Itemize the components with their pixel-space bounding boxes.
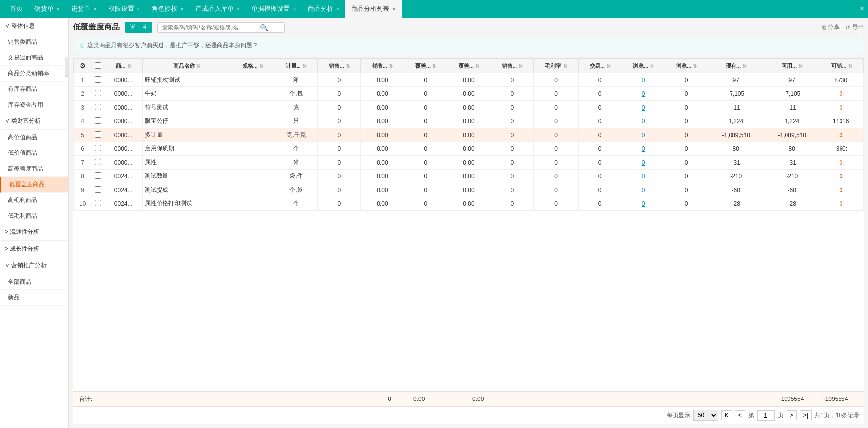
sidebar-item-stock-goods[interactable]: 有库存商品 [0,82,68,97]
row-browse1[interactable]: 0 [622,197,665,211]
row-margin: 0 [534,101,578,114]
row-checkbox-cell[interactable] [92,156,104,170]
page-size-select[interactable]: 20 50 100 [693,410,718,421]
row-sales3: 0 [490,101,534,114]
col-browse1[interactable]: 浏览... ⇅ [622,59,665,73]
col-trade[interactable]: 交易... ⇅ [578,59,622,73]
close-icon[interactable]: × [137,6,140,12]
row-checkbox[interactable] [95,117,101,124]
row-browse1[interactable]: 0 [622,170,665,183]
col-margin[interactable]: 毛利率 ⇅ [534,59,578,73]
row-checkbox-cell[interactable] [92,142,104,156]
row-checkbox[interactable] [95,172,101,179]
close-icon[interactable]: × [56,6,59,12]
col-cov2[interactable]: 覆盖... ⇅ [447,59,490,73]
col-sales-amt[interactable]: 销售... ⇅ [361,59,404,73]
col-gear[interactable]: ⚙ [74,59,92,73]
col-unit[interactable]: 计量... ⇅ [274,59,318,73]
row-browse1[interactable]: 0 [622,101,665,114]
nav-tab-purchase[interactable]: 进货单 × [65,0,102,18]
sidebar-item-all-goods[interactable]: 全部商品 [0,274,68,290]
sidebar-section-growth[interactable]: > 成长性分析 [0,241,68,257]
sidebar-item-high-coverage[interactable]: 高覆盖度商品 [0,161,68,177]
share-button[interactable]: ⎗ 分享 [822,23,840,31]
search-input[interactable] [162,24,260,31]
row-checkbox-cell[interactable] [92,101,104,114]
sidebar-item-high-value[interactable]: 高价值商品 [0,130,68,145]
sidebar-section-marketing[interactable]: ∨ 营销推广分析 [0,257,68,274]
sidebar-item-sales-goods[interactable]: 销售类商品 [0,34,68,50]
close-icon[interactable]: × [336,6,339,12]
row-browse1[interactable]: 0 [622,128,665,142]
row-sales-qty: 0 [318,197,361,211]
sidebar-section-wealth[interactable]: ∨ 类财富分析 [0,113,68,130]
sidebar-item-low-coverage[interactable]: 低覆盖度商品 [0,177,68,193]
nav-tab-analysis-list[interactable]: 商品分析列表 × [345,0,401,18]
next-page-button[interactable]: > [787,410,797,420]
col-spec[interactable]: 规格... ⇅ [231,59,274,73]
prev-page-button[interactable]: < [735,410,745,420]
sidebar-item-new-goods[interactable]: 新品 [0,290,68,306]
row-checkbox[interactable] [95,76,101,83]
col-available[interactable]: 可用... ⇅ [764,59,820,73]
row-checkbox-cell[interactable] [92,87,104,101]
close-icon[interactable]: × [93,6,96,12]
row-browse1[interactable]: 0 [622,183,665,197]
col-name[interactable]: 商品名称 ⇅ [142,59,231,73]
nav-tab-sales[interactable]: 销货单 × [28,0,65,18]
page-number-input[interactable] [757,410,775,421]
nav-tab-home[interactable]: 首页 [4,0,28,18]
row-checkbox[interactable] [95,90,101,96]
row-browse1[interactable]: 0 [622,156,665,170]
row-checkbox-cell[interactable] [92,183,104,197]
col-code[interactable]: 商... ⇅ [104,59,143,73]
nav-tab-permissions[interactable]: 权限设置 × [103,0,146,18]
sidebar-item-low-margin[interactable]: 低毛利商品 [0,208,68,224]
last-page-button[interactable]: >| [800,410,812,420]
row-browse1[interactable]: 0 [622,142,665,156]
row-checkbox[interactable] [95,131,101,138]
row-checkbox[interactable] [95,200,101,206]
row-checkbox[interactable] [95,104,101,110]
row-checkbox[interactable] [95,186,101,193]
col-sales-qty[interactable]: 销售... ⇅ [318,59,361,73]
close-icon[interactable]: × [180,6,183,12]
col-current[interactable]: 现有... ⇅ [708,59,764,73]
first-page-button[interactable]: K [721,410,732,420]
export-button[interactable]: ↺ 导出 [845,23,864,31]
row-browse1[interactable]: 0 [622,114,665,128]
row-checkbox-cell[interactable] [92,128,104,142]
select-all-checkbox[interactable] [95,62,101,69]
col-sellable[interactable]: 可销... ⇅ [820,59,863,73]
col-checkbox[interactable] [92,59,104,73]
close-all-button[interactable]: × [860,4,864,13]
sidebar-collapse-button[interactable]: « [65,57,69,77]
close-icon[interactable]: × [293,6,296,12]
sidebar-item-capital[interactable]: 库存资金占用 [0,97,68,113]
col-cov1[interactable]: 覆盖... ⇅ [404,59,447,73]
nav-tab-production[interactable]: 产成品入库单 × [190,0,245,18]
row-checkbox-cell[interactable] [92,170,104,183]
sidebar-item-high-margin[interactable]: 高毛利商品 [0,193,68,208]
row-browse1[interactable]: 0 [622,73,665,87]
sidebar-item-traded-goods[interactable]: 交易过的商品 [0,50,68,66]
row-checkbox[interactable] [95,145,101,151]
close-icon[interactable]: × [237,6,240,12]
nav-tab-analysis[interactable]: 商品分析 × [302,0,345,18]
nav-tab-role[interactable]: 角色授权 × [146,0,189,18]
sidebar-item-low-value[interactable]: 低价值商品 [0,145,68,161]
row-checkbox-cell[interactable] [92,197,104,211]
row-num: 9 [74,183,92,197]
period-button[interactable]: 近一月 [125,22,152,33]
row-checkbox[interactable] [95,159,101,165]
row-checkbox-cell[interactable] [92,73,104,87]
sidebar-item-category-rate[interactable]: 商品分类动销率 [0,66,68,82]
close-icon[interactable]: × [392,6,395,12]
nav-tab-template[interactable]: 单据模板设置 × [245,0,301,18]
col-sales3[interactable]: 销售... ⇅ [490,59,534,73]
row-browse1[interactable]: 0 [622,87,665,101]
sidebar-section-overview[interactable]: ∨ 整体信息 [0,18,68,34]
row-checkbox-cell[interactable] [92,114,104,128]
sidebar-section-liquidity[interactable]: > 流通性分析 [0,224,68,241]
col-browse2[interactable]: 浏览... ⇅ [665,59,708,73]
